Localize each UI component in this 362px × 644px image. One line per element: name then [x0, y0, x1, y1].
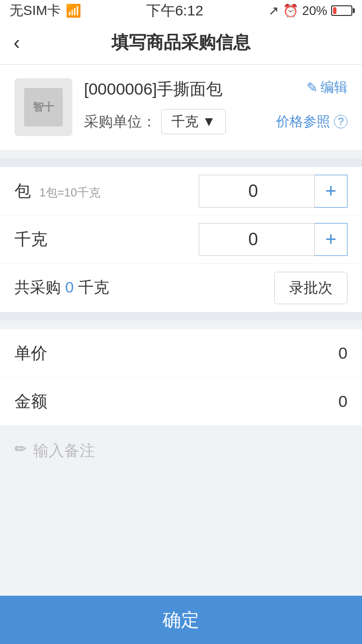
unit-price-value: 0	[338, 344, 348, 363]
summary-row: 共采购 0 千克 录批次	[0, 264, 362, 312]
wifi-icon: 📶	[66, 3, 81, 18]
unit-price-row: 单价 0	[0, 329, 362, 378]
status-left: 无SIM卡 📶	[10, 1, 81, 20]
bao-plus-button[interactable]: +	[315, 175, 348, 208]
product-image: 智十	[14, 78, 72, 136]
product-card: 智十 [0000006]手撕面包 ✎ 编辑 采购单位： 千克 ▼	[0, 65, 362, 150]
product-header: [0000006]手撕面包 ✎ 编辑	[84, 78, 348, 100]
bao-sub-label: 1包=10千克	[39, 186, 100, 199]
page-title: 填写商品采购信息	[111, 31, 251, 55]
confirm-button[interactable]: 确定	[0, 596, 362, 644]
nav-bar: ‹ 填写商品采购信息	[0, 21, 362, 65]
input-section: 包 1包=10千克 + 千克 +	[0, 167, 362, 264]
price-reference-button[interactable]: 价格参照 ?	[276, 112, 348, 131]
summary-quantity: 0	[65, 279, 74, 296]
separator-2	[0, 312, 362, 321]
product-name: [0000006]手撕面包	[84, 78, 223, 100]
edit-button[interactable]: ✎ 编辑	[306, 78, 348, 97]
back-button[interactable]: ‹	[14, 32, 20, 54]
summary-text: 共采购 0 千克	[14, 277, 109, 298]
unit-dropdown[interactable]: 千克 ▼	[161, 109, 226, 134]
kg-input-right: +	[199, 223, 348, 256]
amount-value: 0	[338, 392, 348, 411]
remark-placeholder: 输入备注	[33, 440, 95, 462]
status-bar: 无SIM卡 📶 下午6:12 ↗ ⏰ 20%	[0, 0, 362, 21]
remark-area[interactable]: ✏ 输入备注	[0, 426, 362, 571]
info-section: 单价 0 金额 0	[0, 329, 362, 426]
product-logo: 智十	[24, 88, 63, 126]
bao-input-right: +	[199, 175, 348, 208]
status-time: 下午6:12	[146, 1, 203, 21]
logo-text: 智十	[33, 100, 54, 114]
alarm-icon: ⏰	[283, 3, 298, 18]
kg-input-row: 千克 +	[0, 215, 362, 264]
kg-plus-button[interactable]: +	[315, 223, 348, 256]
batch-record-button[interactable]: 录批次	[274, 272, 348, 304]
location-icon: ↗	[268, 3, 279, 18]
status-right: ↗ ⏰ 20%	[268, 3, 352, 18]
amount-label: 金额	[14, 391, 47, 413]
bao-input-row: 包 1包=10千克 +	[0, 167, 362, 215]
bao-quantity-input[interactable]	[199, 175, 315, 208]
pencil-icon: ✏	[14, 440, 27, 457]
help-icon: ?	[334, 115, 348, 128]
product-unit-row: 采购单位： 千克 ▼ 价格参照 ?	[84, 109, 348, 134]
battery-percent: 20%	[302, 3, 327, 18]
bao-label: 包 1包=10千克	[14, 180, 100, 202]
battery-icon	[331, 5, 352, 16]
unit-price-label: 单价	[14, 342, 47, 364]
kg-label: 千克	[14, 228, 47, 251]
carrier-label: 无SIM卡	[10, 1, 61, 20]
kg-quantity-input[interactable]	[199, 223, 315, 256]
product-info: [0000006]手撕面包 ✎ 编辑 采购单位： 千克 ▼ 价格参照 ?	[84, 78, 348, 134]
unit-label: 采购单位：	[84, 112, 156, 132]
separator-1	[0, 158, 362, 167]
main-content: 智十 [0000006]手撕面包 ✎ 编辑 采购单位： 千克 ▼	[0, 65, 362, 619]
edit-icon: ✎	[306, 80, 318, 96]
amount-row: 金额 0	[0, 378, 362, 426]
dropdown-arrow-icon: ▼	[202, 114, 216, 129]
